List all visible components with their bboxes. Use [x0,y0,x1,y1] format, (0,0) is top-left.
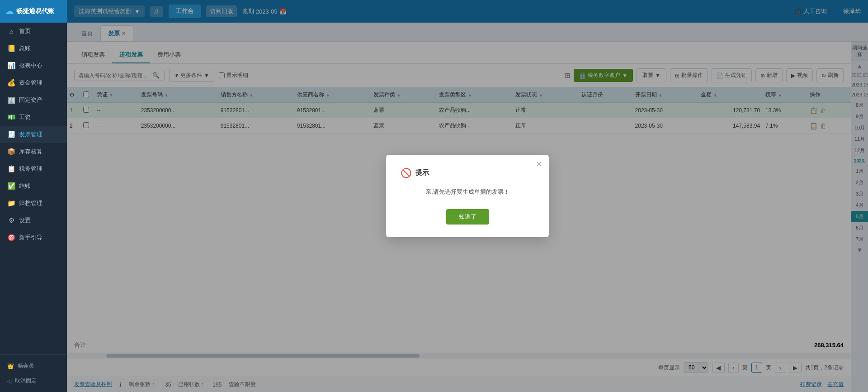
app-name: 畅捷通易代账 [16,7,54,15]
guide-icon: 🎯 [7,234,15,242]
sidebar-member[interactable]: 👑 畅会员 [0,359,67,373]
sidebar-item-label: 结账 [19,182,31,190]
sidebar-item-label: 发票管理 [19,130,42,139]
sidebar: ☁ 畅捷通易代账 ⌂ 首页 📒 总账 📊 报表中心 💰 资金管理 🏢 固定资产 … [0,0,67,392]
sidebar-item-assets[interactable]: 🏢 固定资产 [0,91,67,109]
sidebar-item-label: 资金管理 [19,79,42,87]
sidebar-item-checkout[interactable]: ✅ 结账 [0,177,67,195]
main-area: 沈海英测试经营勿删 ▼ 🖨 工作台 切到旧版 账期 2023-05 📅 🎧 人工… [67,0,868,392]
sidebar-item-tax[interactable]: 📋 税务管理 [0,160,67,177]
sidebar-item-inventory[interactable]: 📦 库存核算 [0,143,67,160]
sidebar-item-invoice[interactable]: 🧾 发票管理 [0,126,67,143]
dialog-warning-icon: 🚫 [401,167,412,178]
settings-icon: ⚙ [7,216,15,225]
inventory-icon: 📦 [7,148,15,156]
tax-icon: 📋 [7,165,15,173]
app-logo: ☁ 畅捷通易代账 [0,0,67,23]
sidebar-item-label: 库存核算 [19,148,42,156]
sidebar-item-salary[interactable]: 💵 工资 [0,109,67,126]
logo-icon: ☁ [5,6,14,16]
cancel-fixed-icon: ◁ [7,378,11,384]
sidebar-item-label: 税务管理 [19,165,42,173]
sidebar-item-reports[interactable]: 📊 报表中心 [0,57,67,74]
assets-icon: 🏢 [7,96,15,104]
sidebar-item-label: 设置 [19,216,31,225]
sidebar-item-label: 固定资产 [19,96,42,104]
sidebar-item-funds[interactable]: 💰 资金管理 [0,74,67,91]
sidebar-item-label: 首页 [19,27,31,35]
dialog: ✕ 🚫 提示 亲,请先选择要生成单据的发票！ 知道了 [386,155,549,238]
sidebar-item-label: 总账 [19,44,31,53]
home-icon: ⌂ [7,28,15,35]
dialog-title-row: 🚫 提示 [401,167,534,178]
member-icon: 👑 [7,363,14,369]
sidebar-item-archive[interactable]: 📁 归档管理 [0,195,67,212]
dialog-overlay: ✕ 🚫 提示 亲,请先选择要生成单据的发票！ 知道了 [67,0,868,392]
member-label: 畅会员 [18,362,34,370]
sidebar-item-label: 工资 [19,113,31,121]
dialog-confirm-btn[interactable]: 知道了 [446,209,489,225]
cancel-fixed-btn[interactable]: ◁ 取消固定 [0,373,67,388]
checkout-icon: ✅ [7,182,15,190]
ledger-icon: 📒 [7,44,15,53]
sidebar-item-label: 归档管理 [19,199,42,207]
dialog-message: 亲,请先选择要生成单据的发票！ [401,187,534,197]
invoice-icon: 🧾 [7,130,15,139]
sidebar-bottom: 👑 畅会员 ◁ 取消固定 [0,354,67,392]
sidebar-item-settings[interactable]: ⚙ 设置 [0,212,67,229]
dialog-title: 提示 [415,168,429,177]
dialog-close-btn[interactable]: ✕ [536,159,542,169]
sidebar-item-label: 报表中心 [19,62,42,70]
dialog-btn-row: 知道了 [401,209,534,225]
archive-icon: 📁 [7,199,15,207]
reports-icon: 📊 [7,62,15,70]
sidebar-item-guide[interactable]: 🎯 新手引导 [0,229,67,246]
sidebar-item-ledger[interactable]: 📒 总账 [0,40,67,57]
sidebar-item-label: 新手引导 [19,234,42,242]
sidebar-item-home[interactable]: ⌂ 首页 [0,23,67,40]
funds-icon: 💰 [7,79,15,87]
salary-icon: 💵 [7,113,15,121]
cancel-fixed-label: 取消固定 [15,377,37,385]
